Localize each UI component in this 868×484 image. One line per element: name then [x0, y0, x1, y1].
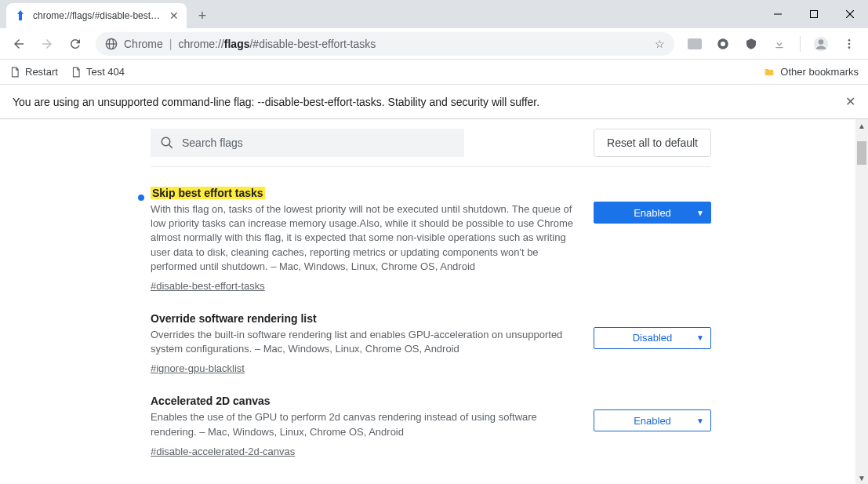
flag-description: Enables the use of the GPU to perform 2d…	[151, 410, 578, 439]
bookmark-star-icon[interactable]: ☆	[655, 38, 665, 50]
window-controls	[760, 0, 868, 28]
svg-point-9	[721, 42, 725, 46]
flag-indicator	[138, 311, 151, 375]
flag-description: With this flag on, tasks of the lowest p…	[151, 202, 578, 274]
bookmark-item[interactable]: Test 404	[71, 66, 125, 78]
scrollbar[interactable]: ▲ ▼	[855, 119, 868, 484]
warning-infobar: You are using an unsupported command-lin…	[0, 85, 868, 119]
flag-title: Skip best effort tasks	[151, 187, 265, 199]
bookmark-label: Test 404	[86, 66, 125, 78]
flag-indicator	[138, 186, 151, 293]
flag-select-value: Enabled	[634, 415, 671, 427]
scroll-up-icon[interactable]: ▲	[855, 119, 868, 132]
bookmarks-bar: Restart Test 404 Other bookmarks	[0, 60, 868, 85]
flag-hash-link[interactable]: #disable-best-effort-tasks	[151, 280, 265, 292]
other-bookmarks-label: Other bookmarks	[780, 66, 859, 78]
chevron-down-icon: ▼	[696, 333, 704, 342]
flag-item: Accelerated 2D canvasEnables the use of …	[138, 375, 711, 457]
page-content: Search flags Reset all to default Skip b…	[0, 119, 868, 484]
warning-text: You are using an unsupported command-lin…	[13, 96, 539, 108]
maximize-button[interactable]	[796, 0, 832, 28]
reset-all-button[interactable]: Reset all to default	[594, 129, 711, 157]
svg-line-16	[169, 144, 173, 148]
extension-icon-2[interactable]	[714, 35, 732, 53]
minimize-button[interactable]	[760, 0, 796, 28]
titlebar: chrome://flags/#disable-best-eff ✕ +	[0, 0, 868, 28]
browser-tab[interactable]: chrome://flags/#disable-best-eff ✕	[6, 3, 187, 28]
reload-button[interactable]	[63, 31, 88, 56]
site-info-icon[interactable]	[105, 38, 118, 50]
search-icon	[160, 136, 174, 150]
tab-title: chrome://flags/#disable-best-eff	[33, 10, 163, 21]
flag-select[interactable]: Disabled▼	[594, 327, 711, 349]
menu-button[interactable]	[840, 35, 859, 53]
address-bar[interactable]: Chrome | chrome://flags/#disable-best-ef…	[96, 32, 674, 56]
svg-rect-7	[688, 38, 702, 49]
new-tab-button[interactable]: +	[191, 5, 213, 27]
back-button[interactable]	[6, 31, 31, 56]
flag-description: Overrides the built-in software renderin…	[151, 328, 578, 356]
svg-point-13	[848, 42, 851, 45]
chevron-down-icon: ▼	[696, 417, 704, 425]
omnibox-separator: |	[169, 38, 173, 50]
flag-hash-link[interactable]: #ignore-gpu-blacklist	[151, 362, 245, 374]
flag-item: Override software rendering listOverride…	[138, 293, 711, 375]
search-flags-input[interactable]: Search flags	[151, 129, 464, 157]
page-icon	[9, 66, 20, 78]
bookmark-label: Restart	[25, 66, 58, 78]
flag-indicator	[138, 394, 151, 457]
profile-avatar-icon[interactable]	[812, 35, 830, 53]
omnibox-prefix: Chrome	[124, 38, 163, 50]
omnibox-url: chrome://flags/#disable-best-effort-task…	[178, 38, 376, 50]
tab-favicon-icon	[14, 9, 27, 22]
page-icon	[71, 66, 82, 78]
extension-icon-1[interactable]	[685, 35, 704, 53]
search-placeholder: Search flags	[182, 136, 243, 149]
flag-item: Skip best effort tasksWith this flag on,…	[138, 167, 711, 293]
chevron-down-icon: ▼	[696, 209, 704, 217]
svg-rect-1	[811, 11, 818, 18]
flag-title: Override software rendering list	[151, 312, 317, 325]
scroll-down-icon[interactable]: ▼	[855, 471, 868, 484]
flag-select[interactable]: Enabled▼	[594, 409, 711, 431]
downloads-icon[interactable]	[770, 35, 789, 53]
tab-close-icon[interactable]: ✕	[169, 9, 179, 22]
warning-close-icon[interactable]: ✕	[845, 94, 855, 109]
flag-title: Accelerated 2D canvas	[151, 395, 271, 407]
flags-header: Search flags Reset all to default	[151, 119, 711, 167]
flag-select-value: Enabled	[634, 207, 671, 219]
svg-point-11	[819, 39, 824, 45]
forward-button[interactable]	[35, 31, 60, 56]
svg-point-14	[848, 46, 851, 49]
scroll-thumb[interactable]	[857, 141, 866, 165]
svg-point-12	[848, 39, 851, 42]
modified-dot-icon	[138, 195, 144, 201]
other-bookmarks[interactable]: Other bookmarks	[763, 66, 859, 78]
close-window-button[interactable]	[832, 0, 868, 28]
toolbar-separator	[800, 36, 801, 52]
folder-icon	[763, 67, 775, 78]
flag-select[interactable]: Enabled▼	[594, 202, 711, 224]
flag-hash-link[interactable]: #disable-accelerated-2d-canvas	[151, 446, 295, 457]
extension-icon-3[interactable]	[742, 35, 761, 53]
flag-select-value: Disabled	[633, 332, 673, 344]
bookmark-item[interactable]: Restart	[9, 66, 58, 78]
svg-point-15	[162, 137, 170, 146]
toolbar: Chrome | chrome://flags/#disable-best-ef…	[0, 28, 868, 60]
